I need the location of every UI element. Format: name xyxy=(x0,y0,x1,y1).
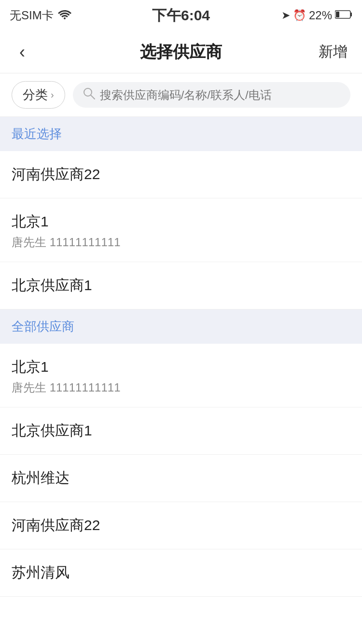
svg-rect-1 xyxy=(350,13,352,16)
filter-bar: 分类 › xyxy=(0,73,362,117)
page-title: 选择供应商 xyxy=(140,41,222,63)
status-bar: 无SIM卡 下午6:04 ➤ ⏰ 22% xyxy=(0,0,362,31)
recent-list-item[interactable]: 河南供应商22 xyxy=(0,151,362,198)
recent-item-sub: 唐先生 11111111111 xyxy=(12,235,350,250)
all-list-item[interactable]: 北京供应商1 xyxy=(0,407,362,455)
all-list-item[interactable]: 河南供应商22 xyxy=(0,502,362,549)
status-time: 下午6:04 xyxy=(152,6,210,26)
chevron-right-icon: › xyxy=(51,89,54,100)
add-button[interactable]: 新增 xyxy=(319,42,348,62)
battery-text: 22% xyxy=(309,9,332,22)
search-box xyxy=(73,82,350,108)
all-section-label: 全部供应商 xyxy=(12,319,74,334)
all-list-item[interactable]: 北京1唐先生 11111111111 xyxy=(0,344,362,407)
all-item-name: 河南供应商22 xyxy=(12,516,350,535)
carrier-text: 无SIM卡 xyxy=(10,8,54,23)
all-list: 北京1唐先生 11111111111北京供应商1杭州维达河南供应商22苏州清风 xyxy=(0,344,362,597)
alarm-icon: ⏰ xyxy=(293,9,306,22)
battery-icon xyxy=(335,9,352,22)
recent-item-name: 北京供应商1 xyxy=(12,276,350,295)
location-icon: ➤ xyxy=(281,9,290,22)
recent-section-header: 最近选择 xyxy=(0,117,362,151)
status-right: ➤ ⏰ 22% xyxy=(281,9,352,22)
back-button[interactable]: ‹ xyxy=(14,37,30,67)
recent-list-item[interactable]: 北京1唐先生 11111111111 xyxy=(0,198,362,262)
wifi-icon xyxy=(57,9,72,22)
all-item-name: 苏州清风 xyxy=(12,563,350,583)
recent-item-name: 河南供应商22 xyxy=(12,165,350,184)
all-item-name: 北京1 xyxy=(12,357,350,377)
svg-line-4 xyxy=(91,95,95,99)
recent-item-name: 北京1 xyxy=(12,212,350,232)
nav-bar: ‹ 选择供应商 新增 xyxy=(0,31,362,73)
all-item-sub: 唐先生 11111111111 xyxy=(12,380,350,395)
search-input[interactable] xyxy=(100,88,341,102)
search-icon xyxy=(83,87,95,103)
all-list-item[interactable]: 苏州清风 xyxy=(0,549,362,597)
recent-section-label: 最近选择 xyxy=(12,126,62,141)
category-button[interactable]: 分类 › xyxy=(12,81,65,109)
recent-list-item[interactable]: 北京供应商1 xyxy=(0,262,362,309)
category-label: 分类 xyxy=(23,86,48,103)
all-section-header: 全部供应商 xyxy=(0,309,362,344)
all-item-name: 北京供应商1 xyxy=(12,421,350,441)
all-item-name: 杭州维达 xyxy=(12,468,350,488)
all-list-item[interactable]: 杭州维达 xyxy=(0,455,362,502)
svg-rect-2 xyxy=(336,12,339,17)
status-left: 无SIM卡 xyxy=(10,8,72,23)
recent-list: 河南供应商22北京1唐先生 11111111111北京供应商1 xyxy=(0,151,362,309)
